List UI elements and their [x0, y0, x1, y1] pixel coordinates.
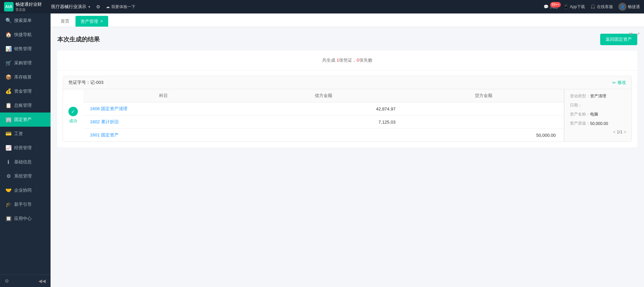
sidebar-item-purchase[interactable]: 🛒 采购管理: [0, 56, 51, 70]
page-expand-button[interactable]: ⤢: [636, 31, 640, 37]
page-title: 本次生成的结果: [57, 35, 100, 43]
logo-title: 畅捷通好业财: [16, 1, 42, 7]
main-layout: 🔍 搜索菜单 🏠 快捷导航 📊 销售管理 🛒 采购管理 📦 库存核算 💰: [0, 13, 644, 287]
logo-text-area: 畅捷通好业财 普及版: [16, 1, 42, 12]
sidebar-item-enterprise[interactable]: 🤝 企业协同: [0, 183, 51, 197]
row3-subject: 1601 固定资产: [83, 129, 243, 141]
summary-failed: 0: [357, 58, 359, 63]
search-icon: 🔍: [5, 18, 11, 24]
tab-close-icon[interactable]: ✕: [100, 19, 103, 24]
online-service-label: 在线客服: [597, 4, 613, 10]
sidebar-item-label: 总账管理: [14, 102, 32, 108]
row3-debit: [243, 132, 403, 138]
chart-icon: 📊: [5, 46, 11, 52]
collapse-icon[interactable]: ◀◀: [38, 278, 46, 284]
tab-assets-label: 资产管理: [81, 19, 98, 25]
sidebar-item-nav[interactable]: 🏠 快捷导航: [0, 28, 51, 42]
box-icon: 📦: [5, 74, 11, 80]
row2-debit: 7,125.03: [243, 116, 403, 128]
page-close-button[interactable]: ✕: [628, 31, 633, 37]
user-icon: 👤: [620, 5, 624, 9]
sidebar-item-inventory[interactable]: 📦 库存核算: [0, 70, 51, 84]
summary-prefix: 共生成: [322, 58, 337, 63]
header-settings-icon[interactable]: ⚙: [94, 2, 103, 11]
sidebar-item-label: 库存核算: [14, 74, 32, 80]
tab-bar: 首页 资产管理 ✕: [51, 13, 644, 27]
sidebar-item-label: 新手引导: [14, 201, 32, 208]
info-icon: ℹ: [5, 159, 11, 165]
change-type-label: 变动类型：: [570, 93, 590, 99]
sidebar-item-operations[interactable]: 📈 经营管理: [0, 141, 51, 155]
chevron-down-icon: ▼: [88, 5, 91, 9]
col-debit: 借方金额: [243, 89, 403, 102]
result-card: 共生成 1张凭证，0张失败 凭证字号：记-003 ✏ 修改: [57, 51, 637, 147]
user-menu[interactable]: 👤 畅捷通: [618, 3, 640, 11]
table-header: 科目 借方金额 贷方金额: [83, 89, 564, 102]
sidebar-item-system[interactable]: ⚙ 系统管理: [0, 169, 51, 183]
tab-home[interactable]: 首页: [56, 16, 74, 27]
trending-icon: 📈: [5, 145, 11, 151]
experience-button[interactable]: ☁ 我要体验一下: [106, 4, 135, 10]
sidebar: 🔍 搜索菜单 🏠 快捷导航 📊 销售管理 🛒 采购管理 📦 库存核算 💰: [0, 13, 51, 287]
next-page-icon[interactable]: >: [624, 130, 626, 134]
grid-icon: 🔲: [5, 216, 11, 222]
sidebar-item-sales[interactable]: 📊 销售管理: [0, 42, 51, 56]
sidebar-item-label: 销售管理: [14, 46, 32, 52]
asset-value-label: 资产原值：: [570, 121, 590, 126]
voucher-content: ✓ 成功 科目 借方金额 贷方金额: [63, 89, 632, 141]
logo: AtA 畅捷通好业财 普及版: [4, 1, 42, 12]
online-service-button[interactable]: 🎧 在线客服: [590, 4, 613, 10]
sidebar-item-ledger[interactable]: 📋 总账管理: [0, 98, 51, 113]
col-credit: 贷方金额: [404, 89, 564, 102]
sidebar-item-label: 固定资产: [14, 117, 32, 123]
app-download-button[interactable]: 📱 App下载: [563, 4, 585, 10]
message-icon: 💬: [544, 4, 549, 9]
table-row: 1602 累计折旧 7,125.03: [83, 116, 564, 129]
message-button[interactable]: 💬 消息 99+: [544, 4, 558, 10]
tab-home-label: 首页: [61, 18, 69, 24]
settings-bottom-icon[interactable]: ⚙: [5, 278, 9, 284]
info-asset-name: 资产名称： 电脑: [570, 111, 626, 117]
sidebar-scroll: 🔍 搜索菜单 🏠 快捷导航 📊 销售管理 🛒 采购管理 📦 库存核算 💰: [0, 13, 51, 275]
sidebar-item-payroll[interactable]: 💳 工资: [0, 127, 51, 141]
result-summary: 共生成 1张凭证，0张失败: [57, 51, 637, 70]
company-selector[interactable]: 医疗器械行业演示 ▼: [51, 4, 91, 10]
row2-subject: 1602 累计折旧: [83, 116, 243, 128]
sidebar-item-appcenter[interactable]: 🔲 应用中心: [0, 212, 51, 226]
sidebar-item-guide[interactable]: 🎓 新手引导: [0, 197, 51, 212]
success-indicator: ✓ 成功: [63, 89, 83, 141]
sidebar-item-label: 系统管理: [14, 173, 32, 179]
side-info-panel: 变动类型： 资产清理 日期： 资产名称： 电脑: [564, 89, 632, 141]
table-body: 1606 固定资产清理 42,874.97 1602 累计折旧 7,125.03: [83, 102, 564, 141]
message-badge: 99+: [550, 2, 561, 7]
row1-subject: 1606 固定资产清理: [83, 102, 243, 115]
sidebar-item-label: 采购管理: [14, 60, 32, 66]
header-right: 💬 消息 99+ 📱 App下载 🎧 在线客服 👤 畅捷通: [544, 3, 640, 11]
success-check-icon: ✓: [68, 107, 78, 116]
logo-icon: AtA: [4, 2, 13, 11]
col-subject: 科目: [83, 89, 243, 102]
tab-assets-mgmt[interactable]: 资产管理 ✕: [75, 16, 108, 27]
sidebar-item-assets[interactable]: 🏢 固定资产: [0, 113, 51, 127]
table-row: 1601 固定资产 50,000.00: [83, 129, 564, 141]
sidebar-item-label: 经营管理: [14, 145, 32, 151]
edit-voucher-button[interactable]: ✏ 修改: [612, 79, 626, 86]
experience-label: 我要体验一下: [111, 4, 135, 10]
sidebar-item-label: 基础信息: [14, 159, 32, 165]
handshake-icon: 🤝: [5, 187, 11, 193]
change-type-value: 资产清理: [590, 93, 606, 99]
sidebar-item-search[interactable]: 🔍 搜索菜单: [0, 13, 51, 28]
page-content: 本次生成的结果 返回固定资产 共生成 1张凭证，0张失败 凭证字号：记-003: [51, 27, 644, 287]
sidebar-item-label: 企业协同: [14, 187, 32, 193]
info-asset-value: 资产原值： 50,000.00: [570, 121, 626, 126]
sidebar-item-label: 搜索菜单: [14, 18, 32, 24]
sidebar-item-basic[interactable]: ℹ 基础信息: [0, 155, 51, 169]
header-left: AtA 畅捷通好业财 普及版 医疗器械行业演示 ▼ ⚙ ☁ 我要体验一下: [4, 1, 135, 12]
prev-page-icon[interactable]: <: [613, 130, 615, 134]
info-date: 日期：: [570, 102, 626, 108]
app-icon: 📱: [563, 4, 569, 9]
voucher-section: 凭证字号：记-003 ✏ 修改 ✓ 成功: [63, 76, 632, 142]
service-icon: 🎧: [590, 4, 595, 9]
voucher-no: 凭证字号：记-003: [68, 79, 103, 86]
sidebar-item-finance[interactable]: 💰 资金管理: [0, 84, 51, 98]
